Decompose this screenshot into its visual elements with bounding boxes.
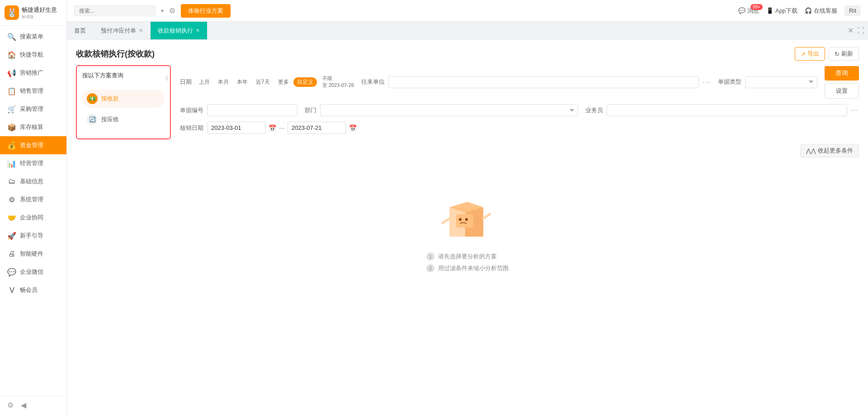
svg-point-5 — [465, 218, 468, 221]
tab-verify-label: 收款核销执行 — [158, 27, 193, 35]
tab-verify[interactable]: 收款核销执行 ✕ — [151, 22, 208, 39]
date-filter-group: 日期 上月 本月 本年 近7天 更多 自定义 不限 至 — [180, 75, 354, 89]
hint-text-2: 用过滤条件来缩小分析范围 — [438, 264, 509, 272]
sidebar-label-sales: 销售管理 — [20, 87, 43, 95]
topbar-search-input[interactable] — [74, 5, 156, 16]
query-actions: 查询 设置 — [825, 66, 859, 99]
app-download-button[interactable]: 📱 App下载 — [766, 7, 797, 15]
date-btn-7days[interactable]: 近7天 — [252, 77, 274, 87]
verify-date-start-input[interactable] — [207, 122, 266, 134]
date-btn-last-month[interactable]: 上月 — [195, 77, 213, 87]
settings-footer-icon[interactable]: ⚙ — [7, 401, 14, 409]
home-icon: 🏠 — [7, 50, 16, 59]
topbar-gear-icon[interactable]: ⚙ — [169, 6, 175, 15]
date-btn-more[interactable]: 更多 — [274, 77, 292, 87]
empty-hint-1: 1 请先选择要分析的方案 — [426, 252, 509, 261]
refresh-button[interactable]: ↻ 刷新 — [829, 47, 859, 61]
tab-prepay-close[interactable]: ✕ — [139, 28, 143, 33]
sidebar-label-basic-info: 基础信息 — [20, 177, 43, 186]
staff-input[interactable] — [607, 104, 847, 116]
sidebar-item-quicknav[interactable]: 🏠 快捷导航 — [0, 46, 66, 64]
sidebar-item-inventory[interactable]: 📦 库存核算 — [0, 118, 66, 136]
sales-icon: 📋 — [7, 86, 16, 95]
sidebar-item-wechat[interactable]: 💬 企业微信 — [0, 263, 66, 281]
sidebar-label-hardware: 智能硬件 — [20, 250, 43, 258]
sidebar-label-inventory: 库存核算 — [20, 123, 43, 131]
tabbar-actions: ✕ ⛶ — [844, 22, 868, 39]
refresh-icon: ↻ — [835, 51, 840, 57]
svg-line-7 — [483, 214, 490, 219]
filter-row-3: 核销日期 📅 — 📅 — [180, 122, 859, 134]
sidebar-item-marketing[interactable]: 📢 营销推广 — [0, 64, 66, 82]
dept-filter-group: 部门 — [305, 104, 578, 116]
sidebar-label-marketing: 营销推广 — [20, 69, 43, 77]
dept-select[interactable] — [320, 104, 578, 116]
sidebar-item-purchase[interactable]: 🛒 采购管理 — [0, 100, 66, 118]
user-menu[interactable]: Rit — [844, 5, 861, 16]
page-title: 收款核销执行(按收款) — [76, 48, 155, 59]
tab-prepay-label: 预付冲应付单 — [101, 27, 136, 35]
collapse-filter-icon[interactable]: 《 — [163, 75, 168, 82]
verify-date-end-calendar-icon[interactable]: 📅 — [349, 124, 357, 132]
topbar-chevron-icon[interactable]: ▾ — [161, 8, 164, 14]
collapse-label: 收起更多条件 — [818, 147, 853, 155]
collapse-icon: ⋀⋀ — [806, 148, 816, 154]
page-header: 收款核销执行(按收款) ↗ 导出 ↻ 刷新 — [67, 40, 868, 65]
query-button[interactable]: 查询 — [825, 66, 859, 81]
sidebar-item-member[interactable]: Ⅴ 畅会员 — [0, 281, 66, 299]
hardware-icon: 🖨 — [7, 249, 16, 258]
date-btn-this-month[interactable]: 本月 — [214, 77, 232, 87]
tabbar: 首页 预付冲应付单 ✕ 收款核销执行 ✕ ✕ ⛶ — [67, 22, 868, 40]
collapse-sidebar-icon[interactable]: ◀ — [21, 401, 26, 409]
tab-close-all-icon[interactable]: ✕ — [848, 26, 854, 35]
sidebar-item-funds[interactable]: 💰 资金管理 — [0, 136, 66, 154]
verify-date-start-calendar-icon[interactable]: 📅 — [269, 124, 276, 132]
guide-icon: 🚀 — [7, 231, 16, 240]
message-icon: 💬 — [738, 7, 745, 14]
settings-button[interactable]: 设置 — [825, 83, 859, 99]
sidebar-item-basic-info[interactable]: 🗂 基础信息 — [0, 172, 66, 190]
message-button[interactable]: 💬 消息 99+ — [738, 7, 759, 15]
sidebar-footer: ⚙ ◀ — [0, 396, 66, 414]
partner-input[interactable] — [388, 76, 699, 88]
sidebar-item-operations[interactable]: 📊 经营管理 — [0, 154, 66, 172]
tab-prepay[interactable]: 预付冲应付单 ✕ — [94, 22, 151, 39]
basic-info-icon: 🗂 — [7, 177, 16, 186]
sidebar-item-sales[interactable]: 📋 销售管理 — [0, 82, 66, 100]
tab-verify-close[interactable]: ✕ — [196, 28, 200, 33]
filter-option-receipt-label: 按收款 — [101, 95, 119, 103]
sidebar-item-system[interactable]: ⚙ 系统管理 — [0, 190, 66, 209]
tab-expand-icon[interactable]: ⛶ — [857, 27, 864, 35]
collapse-more-button[interactable]: ⋀⋀ 收起更多条件 — [800, 144, 859, 157]
staff-more-icon[interactable]: ··· — [851, 105, 859, 115]
topbar-right: 💬 消息 99+ 📱 App下载 🎧 在线客服 Rit — [738, 5, 861, 16]
sidebar-item-guide[interactable]: 🚀 新手引导 — [0, 227, 66, 245]
filter-option-by-receivable[interactable]: 🔄 按应收 — [82, 110, 165, 128]
verify-date-filter-group: 核销日期 📅 — 📅 — [180, 122, 357, 134]
online-service-button[interactable]: 🎧 在线客服 — [805, 7, 837, 15]
sidebar-label-operations: 经营管理 — [20, 159, 43, 167]
solution-button[interactable]: 体验行业方案 — [181, 4, 231, 18]
sidebar-nav: 🔍 搜索菜单 🏠 快捷导航 📢 营销推广 📋 销售管理 🛒 采购管理 📦 库存核… — [0, 26, 66, 396]
bill-no-input[interactable] — [207, 104, 297, 116]
sidebar-item-search[interactable]: 🔍 搜索菜单 — [0, 28, 66, 46]
svg-line-6 — [443, 219, 449, 223]
verify-date-range: 📅 — 📅 — [207, 122, 357, 134]
export-button[interactable]: ↗ 导出 — [795, 47, 825, 61]
sidebar-item-collab[interactable]: 🤝 企业协同 — [0, 209, 66, 227]
partner-more-icon[interactable]: ··· — [703, 77, 711, 87]
collab-icon: 🤝 — [7, 213, 16, 222]
hint-text-1: 请先选择要分析的方案 — [438, 252, 497, 261]
tab-home[interactable]: 首页 — [67, 22, 94, 39]
sidebar-item-hardware[interactable]: 🖨 智能硬件 — [0, 245, 66, 263]
bill-type-select[interactable] — [745, 76, 817, 88]
export-label: 导出 — [807, 50, 819, 58]
verify-date-end-input[interactable] — [288, 122, 346, 134]
wechat-icon: 💬 — [7, 267, 16, 276]
search-icon: 🔍 — [7, 32, 16, 41]
date-btn-custom[interactable]: 自定义 — [293, 77, 317, 87]
filter-option-by-receipt[interactable]: 💵 按收款 — [82, 90, 165, 108]
empty-svg — [440, 189, 495, 243]
date-btn-this-year[interactable]: 本年 — [233, 77, 251, 87]
app-logo: 🐰 畅捷通好生意 标准版 — [0, 0, 66, 26]
